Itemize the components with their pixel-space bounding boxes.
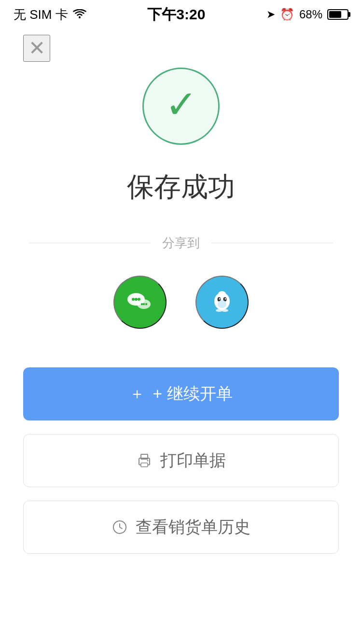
svg-rect-19: [141, 463, 148, 467]
wifi-icon: [73, 7, 86, 22]
divider-line-left: [29, 243, 151, 243]
continue-label: + 继续开单: [153, 383, 232, 405]
svg-point-15: [216, 309, 223, 312]
svg-point-3: [135, 298, 138, 301]
main-content: ✓ 保存成功 分享到: [0, 29, 362, 554]
status-time: 下午3:20: [147, 5, 205, 25]
location-icon: ➤: [266, 8, 275, 21]
history-icon: [111, 519, 128, 535]
share-label: 分享到: [151, 235, 211, 252]
svg-point-2: [132, 298, 135, 301]
status-bar: 无 SIM 卡 下午3:20 ➤ ⏰ 68%: [0, 0, 362, 29]
svg-point-17: [218, 300, 226, 308]
qq-icon: [208, 288, 237, 317]
checkmark-icon: ✓: [165, 85, 197, 124]
battery-icon: [327, 9, 348, 20]
alarm-icon: ⏰: [280, 8, 294, 21]
status-right: ➤ ⏰ 68%: [266, 8, 348, 21]
status-left: 无 SIM 卡: [14, 6, 86, 23]
svg-point-0: [79, 16, 81, 18]
qq-share-button[interactable]: [195, 276, 249, 329]
svg-point-7: [143, 303, 145, 305]
plus-icon: ＋: [129, 383, 145, 405]
wechat-share-button[interactable]: [113, 276, 167, 329]
svg-point-12: [219, 298, 221, 300]
continue-button[interactable]: ＋ + 继续开单: [23, 367, 339, 420]
svg-point-21: [147, 460, 149, 462]
wechat-icon: [125, 290, 154, 315]
no-sim-text: 无 SIM 卡: [14, 6, 68, 23]
svg-point-8: [145, 303, 147, 305]
print-icon: [136, 452, 153, 469]
divider-line-right: [211, 243, 333, 243]
svg-point-14: [218, 291, 226, 297]
close-icon: ✕: [28, 38, 45, 58]
success-title: 保存成功: [127, 169, 235, 206]
battery-percent: 68%: [299, 8, 322, 21]
action-buttons: ＋ + 继续开单 打印单据 查看销货单历: [0, 367, 362, 554]
share-icons: [113, 276, 249, 329]
success-circle: ✓: [142, 68, 220, 145]
svg-point-13: [225, 298, 226, 300]
history-button[interactable]: 查看销货单历史: [23, 501, 339, 554]
close-button[interactable]: ✕: [23, 35, 50, 62]
print-button[interactable]: 打印单据: [23, 434, 339, 487]
print-label: 打印单据: [160, 449, 226, 472]
history-label: 查看销货单历史: [136, 516, 251, 538]
svg-point-16: [222, 309, 228, 312]
svg-point-6: [141, 303, 143, 305]
share-divider: 分享到: [0, 235, 362, 252]
